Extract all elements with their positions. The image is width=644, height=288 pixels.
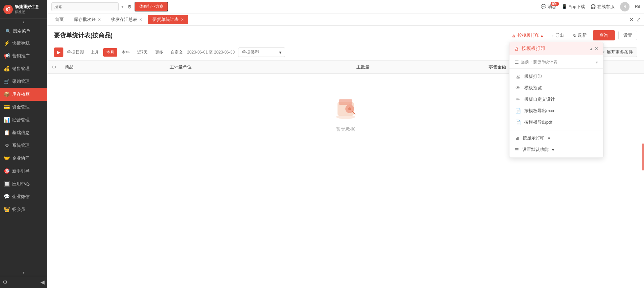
wechat-icon: 💬	[3, 194, 10, 200]
dropdown-item-template-custom[interactable]: ✏ 模板自定义设计	[509, 94, 603, 105]
topbar-right: 💬 消息 99+ 📱 App下载 🎧 在线客服 R Rit	[541, 2, 640, 11]
dropdown-item-export-excel[interactable]: 📄 按模板导出excel	[509, 105, 603, 117]
sidebar-item-wechat[interactable]: 💬 企业微信	[0, 190, 47, 203]
search-icon: 🔍	[5, 29, 11, 34]
topbar-search-input[interactable]	[51, 2, 119, 11]
topbar-online-service[interactable]: 🎧 在线客服	[590, 4, 615, 10]
dropdown-item-export-pdf[interactable]: 📄 按模板导出pdf	[509, 117, 603, 128]
tabs-window-buttons: ✕ ⤢	[629, 16, 641, 23]
tab-home[interactable]: 首页	[51, 15, 68, 24]
sidebar-item-system[interactable]: ⚙ 系统管理	[0, 139, 47, 152]
sidebar-scroll-up[interactable]: ▲	[0, 19, 47, 25]
operation-icon: 📊	[3, 117, 10, 123]
tab-receipt-summary[interactable]: 收发存汇总表 ✕	[107, 15, 147, 24]
sidebar-item-sales[interactable]: 💰 销售管理	[0, 62, 47, 75]
appstore-icon: 🔲	[3, 181, 10, 187]
settings-button[interactable]: 设置	[618, 31, 637, 40]
empty-icon	[329, 94, 362, 121]
tab-receipt-summary-close[interactable]: ✕	[139, 18, 142, 22]
sidebar-item-collab[interactable]: 🤝 企业协同	[0, 152, 47, 165]
sidebar-settings-icon[interactable]: ⚙	[3, 279, 7, 285]
query-button[interactable]: 查询	[593, 30, 615, 40]
topbar-gear-icon[interactable]: ⚙	[127, 4, 132, 9]
sidebar-item-operation[interactable]: 📊 经营管理	[0, 114, 47, 126]
sidebar-nav: ⚡ 快捷导航 📢 营销推广 💰 销售管理 🛒 采购管理 📦 库存核算 💳 资金管…	[0, 37, 47, 269]
sidebar-item-marketing[interactable]: 📢 营销推广	[0, 50, 47, 62]
current-template-chevron[interactable]: ▾	[596, 60, 598, 65]
print-template-chevron-up: ▴	[541, 33, 543, 38]
topbar-trial-button[interactable]: 体验行业方案	[135, 2, 168, 11]
dropdown-current-section: ☰ 当前：要货单统计表 ▾	[509, 55, 603, 69]
filter-doc-type-select[interactable]: 单据类型 ▾	[238, 47, 285, 57]
print-template-button[interactable]: 🖨 按模板打印 ▴	[509, 31, 546, 40]
refresh-icon: ↻	[573, 33, 577, 38]
window-close-icon[interactable]: ✕	[629, 16, 634, 23]
sidebar-item-guide[interactable]: 🎯 新手引导	[0, 165, 47, 178]
tab-order-stats-close[interactable]: ✕	[181, 18, 184, 22]
date-btn-more[interactable]: 更多	[152, 48, 166, 57]
finance-icon: 💳	[3, 104, 10, 110]
window-maximize-icon[interactable]: ⤢	[636, 16, 641, 23]
sidebar-item-appstore[interactable]: 🔲 应用中心	[0, 178, 47, 190]
sidebar-scroll-down[interactable]: ▼	[0, 269, 47, 276]
message-icon: 💬	[541, 4, 546, 9]
page-header: 要货单统计表(按商品) 🖨 按模板打印 ▴ ↑ 导出 ↻ 刷新	[47, 26, 644, 44]
topbar-search-chevron[interactable]: ▾	[121, 4, 123, 9]
dropdown-item-template-print[interactable]: 🖨 模板打印	[509, 71, 603, 82]
th-quantity: 主数量	[352, 61, 485, 74]
export-button[interactable]: ↑ 导出	[549, 31, 567, 40]
app-download-icon: 📱	[562, 4, 567, 9]
online-service-icon: 🎧	[590, 4, 596, 9]
filter-toggle[interactable]: ▶	[54, 47, 63, 57]
topbar-message[interactable]: 💬 消息 99+	[541, 4, 556, 10]
dropdown-close-icon[interactable]: ✕	[594, 46, 598, 51]
date-btn-current-year[interactable]: 本年	[119, 48, 133, 57]
dropdown-item-template-preview[interactable]: 👁 模板预览	[509, 82, 603, 94]
refresh-button[interactable]: ↻ 刷新	[570, 31, 589, 40]
th-goods: 商品	[61, 61, 166, 74]
sidebar-item-basic[interactable]: 📋 基础信息	[0, 126, 47, 139]
sidebar-logo: 好 畅捷通好生意 标准版	[0, 0, 47, 19]
topbar-avatar[interactable]: R	[620, 2, 630, 11]
filter-dates: 上月 本月 本年 近7天 更多 自定义 2023-06-01 至 2023-06…	[88, 48, 235, 57]
message-badge: 99+	[551, 2, 559, 6]
tab-order-stats[interactable]: 要货单统计表 ✕	[148, 15, 188, 24]
sidebar-item-inventory[interactable]: 📦 库存核算	[0, 88, 47, 101]
template-print-icon: 🖨	[515, 74, 521, 79]
dropdown-chevron-up[interactable]: ▴	[590, 46, 592, 51]
sidebar-item-quick-nav[interactable]: ⚡ 快捷导航	[0, 37, 47, 50]
date-btn-prev-month[interactable]: 上月	[88, 48, 102, 57]
main-area: ▾ ⚙ 体验行业方案 💬 消息 99+ 📱 App下载 🎧 在线客服 R Rit…	[47, 0, 644, 288]
right-scrollbar[interactable]	[642, 143, 644, 170]
purchase-icon: 🛒	[3, 78, 10, 85]
date-btn-custom[interactable]: 自定义	[168, 48, 186, 57]
sidebar-item-finance[interactable]: 💳 资金管理	[0, 101, 47, 114]
date-btn-last-7days[interactable]: 近7天	[134, 48, 151, 57]
tabs-bar: 首页 库存批次账 ✕ 收发存汇总表 ✕ 要货单统计表 ✕ ✕ ⤢	[47, 13, 644, 26]
export-pdf-icon: 📄	[515, 120, 521, 125]
logo-icon: 好	[3, 5, 13, 14]
logo-text: 畅捷通好生意 标准版	[15, 4, 39, 14]
sidebar-collapse-icon[interactable]: ◀	[40, 279, 45, 285]
sidebar-bottom: ⚙ ◀	[0, 276, 47, 288]
topbar-username[interactable]: Rit	[635, 4, 640, 9]
page-actions: 🖨 按模板打印 ▴ ↑ 导出 ↻ 刷新 查询 设置	[509, 30, 638, 40]
vip-icon: 👑	[3, 206, 10, 213]
quick-nav-icon: ⚡	[3, 40, 10, 46]
topbar-app-download[interactable]: 📱 App下载	[562, 4, 585, 10]
sidebar-item-vip[interactable]: 👑 畅会员	[0, 203, 47, 216]
sidebar-search[interactable]: 🔍 搜索菜单	[0, 25, 47, 37]
filter-date-label: 单据日期	[67, 49, 84, 55]
dropdown-set-default[interactable]: ☰ 设置默认功能 ▾	[509, 144, 603, 155]
tab-batch-account-close[interactable]: ✕	[98, 18, 101, 22]
sidebar-item-purchase[interactable]: 🛒 采购管理	[0, 75, 47, 88]
date-btn-current-month[interactable]: 本月	[103, 48, 117, 57]
tab-batch-account[interactable]: 库存批次账 ✕	[69, 15, 105, 24]
table-settings-icon[interactable]: ⚙	[52, 64, 56, 70]
empty-text: 暂无数据	[336, 126, 355, 132]
guide-icon: 🎯	[3, 168, 10, 174]
dropdown-display-print[interactable]: 🖥 按显示打印 ▾	[509, 132, 603, 144]
export-icon: ↑	[552, 33, 554, 38]
collab-icon: 🤝	[3, 155, 10, 161]
page-title: 要货单统计表(按商品)	[54, 31, 113, 39]
